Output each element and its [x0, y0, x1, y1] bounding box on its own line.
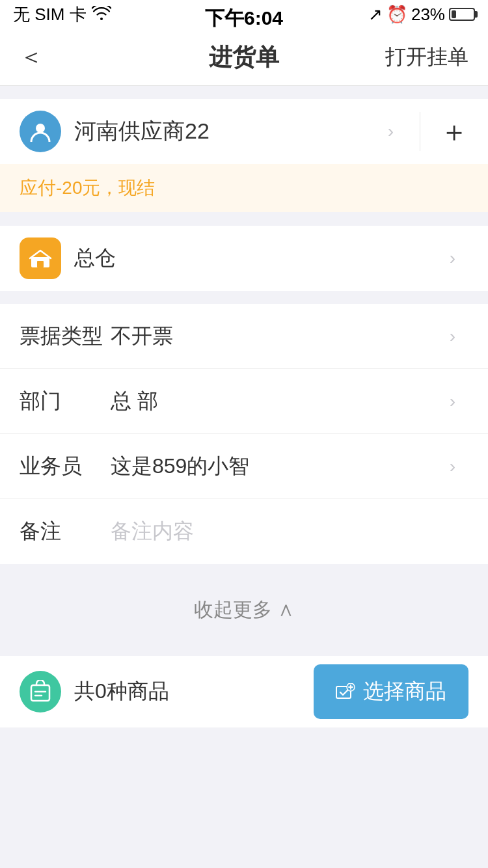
- divider-vertical: [420, 112, 420, 151]
- product-count: 共0种商品: [74, 677, 314, 706]
- supplier-row[interactable]: 河南供应商22 › ＋: [0, 99, 488, 164]
- salesperson-label: 业务员: [20, 452, 111, 481]
- svg-rect-2: [37, 261, 44, 267]
- invoice-type-value: 不开票: [111, 322, 450, 351]
- supplier-section: 河南供应商22 › ＋ 应付-20元，现结: [0, 99, 488, 213]
- product-icon-wrap: [20, 671, 61, 712]
- warehouse-name: 总仓: [74, 244, 450, 273]
- svg-rect-3: [31, 685, 49, 701]
- select-product-label: 选择商品: [363, 677, 446, 706]
- add-supplier-button[interactable]: ＋: [433, 113, 468, 151]
- remark-row[interactable]: 备注 备注内容: [0, 499, 488, 564]
- collapse-label: 收起更多 ∧: [194, 599, 293, 620]
- supplier-avatar: [20, 111, 61, 152]
- status-right: ↗ ⏰ 23%: [368, 5, 475, 25]
- svg-point-0: [36, 124, 45, 133]
- invoice-type-chevron-icon: ›: [450, 326, 455, 347]
- supplier-name: 河南供应商22: [74, 116, 388, 146]
- nav-bar: ＜ 进货单 打开挂单: [0, 29, 488, 86]
- department-chevron-icon: ›: [450, 391, 455, 412]
- carrier-text: 无 SIM 卡: [13, 3, 87, 26]
- salesperson-row[interactable]: 业务员 这是859的小智 ›: [0, 434, 488, 499]
- select-product-button[interactable]: 选择商品: [314, 664, 468, 719]
- collapse-row[interactable]: 收起更多 ∧: [0, 577, 488, 643]
- open-pending-button[interactable]: 打开挂单: [385, 43, 468, 72]
- battery-icon: [449, 8, 475, 21]
- warning-text: 应付-20元，现结: [20, 178, 155, 198]
- back-button[interactable]: ＜: [20, 41, 43, 73]
- department-label: 部门: [20, 387, 111, 416]
- department-value: 总 部: [111, 387, 450, 416]
- remark-label: 备注: [20, 517, 111, 546]
- status-bar: 无 SIM 卡 下午6:04 ↗ ⏰ 23%: [0, 0, 488, 29]
- section-gap-1: [0, 86, 488, 99]
- bottom-bar: 共0种商品 选择商品: [0, 656, 488, 727]
- status-left: 无 SIM 卡: [13, 3, 111, 26]
- location-icon: ↗: [368, 5, 383, 25]
- warehouse-chevron-icon: ›: [450, 248, 455, 269]
- alarm-icon: ⏰: [386, 5, 407, 25]
- invoice-type-row[interactable]: 票据类型 不开票 ›: [0, 304, 488, 369]
- department-row[interactable]: 部门 总 部 ›: [0, 369, 488, 434]
- status-time: 下午6:04: [205, 5, 283, 32]
- wifi-icon: [92, 5, 111, 25]
- salesperson-chevron-icon: ›: [450, 456, 455, 477]
- salesperson-value: 这是859的小智: [111, 452, 450, 481]
- invoice-type-label: 票据类型: [20, 322, 111, 351]
- warning-bar: 应付-20元，现结: [0, 164, 488, 213]
- warehouse-row[interactable]: 总仓 ›: [0, 226, 488, 291]
- form-section: 票据类型 不开票 › 部门 总 部 › 业务员 这是859的小智 › 备注 备注…: [0, 304, 488, 564]
- battery-percent: 23%: [411, 5, 445, 25]
- supplier-chevron-icon: ›: [388, 121, 394, 142]
- remark-input[interactable]: 备注内容: [111, 517, 468, 546]
- warehouse-icon-wrap: [20, 237, 61, 279]
- nav-title: 进货单: [209, 29, 279, 86]
